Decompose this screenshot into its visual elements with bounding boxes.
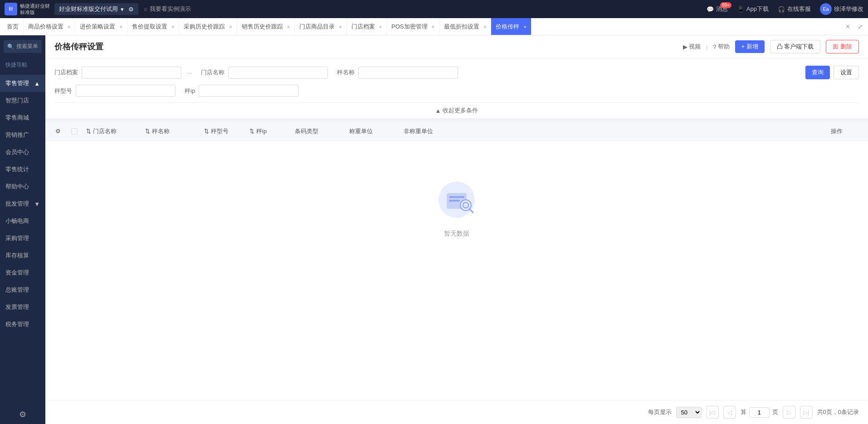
demo-icon: ○ [144,6,147,13]
collapse-button[interactable]: ▲ 收起更多条件 [435,106,478,115]
query-button[interactable]: 查询 [805,66,830,79]
sidebar-item-smart-store[interactable]: 智慧门店 [0,92,45,109]
sidebar-item-marketing[interactable]: 营销推广 [0,126,45,144]
chevron-up-icon: ▲ [34,80,40,87]
add-button[interactable]: + 新增 [735,40,765,53]
help-link[interactable]: ? 帮助 [713,43,729,51]
message-btn[interactable]: 💬 消息 99+ [707,5,728,13]
sidebar-item-member[interactable]: 会员中心 [0,144,45,161]
demo-link[interactable]: ○ 我要看实例演示 [144,5,191,13]
tab-sale-extract[interactable]: 售价提取设置 × [127,18,179,35]
play-icon: ▶ [683,43,688,50]
online-service-btn[interactable]: 🎧 在线客服 [778,5,811,13]
logo-icon: 财 [5,3,17,15]
sidebar-settings-icon[interactable]: ⚙ [19,410,26,419]
video-link[interactable]: ▶ 视频 [683,43,701,51]
scale-name-label: 秤名称 [337,68,355,77]
query-buttons: 查询 设置 [805,66,859,79]
tab-home[interactable]: 首页 [2,18,24,35]
close-icon[interactable]: × [432,24,434,29]
search-menu-btn[interactable]: 🔍 搜索菜单 [4,40,42,53]
page-info: 算 页 [741,407,778,418]
expand-icon[interactable]: ⤢ [855,23,866,30]
sidebar-item-ecommerce[interactable]: 小畅电商 [0,212,45,230]
svg-rect-2 [449,196,464,198]
message-badge: 99+ [720,2,731,8]
close-icon[interactable]: × [483,24,486,29]
download-client-button[interactable]: 凸 客户端下载 [770,40,821,53]
svg-rect-3 [449,200,460,202]
filter-row-1: 门店档案 ··· 门店名称 秤名称 查询 设置 [54,66,859,79]
app-download-btn[interactable]: 📱 App下载 [737,5,769,13]
close-icon[interactable]: × [119,24,122,29]
filter-row-2: 秤型号 秤ip [54,85,859,97]
close-icon[interactable]: × [379,24,382,29]
message-icon: 💬 [707,6,714,13]
filter-scale-model: 秤型号 [54,85,176,97]
collapse-bar: ▲ 收起更多条件 [54,102,859,118]
settings-icon: ⚙ [128,6,134,13]
tab-sales-history[interactable]: 销售历史价跟踪 × [237,18,295,35]
th-weight-unit: 称重单位 [346,127,400,135]
close-icon[interactable]: × [171,24,174,29]
sidebar-item-wholesale[interactable]: 批发管理 ▼ [0,195,45,212]
close-icon[interactable]: × [339,24,341,29]
tabs-end-controls: × ⤢ [843,23,866,31]
settings-query-button[interactable]: 设置 [834,66,859,79]
sidebar-item-purchase[interactable]: 采购管理 [0,230,45,247]
scale-name-input[interactable] [358,67,458,79]
scale-ip-input[interactable] [199,85,298,97]
close-all-icon[interactable]: × [843,23,853,31]
separator: | [704,43,709,50]
sort-icon: ⇅ [249,128,254,135]
tab-pos-encrypt[interactable]: POS加密管理 × [387,18,439,35]
tab-price-scale[interactable]: 价格传秤 × [491,18,531,35]
store-name-label: 门店名称 [201,68,224,77]
tab-store-profile[interactable]: 门店档案 × [347,18,387,35]
phone-icon: 📱 [737,6,744,13]
main-layout: 🔍 搜索菜单 快捷导航 零售管理 ▲ 智慧门店 零售商城 营销推广 [0,35,868,424]
pagination: 每页显示 50 10 20 100 |◁ ◁ 算 页 ▷ ▷| 共0页，0条记录 [45,400,868,424]
prev-page-btn[interactable]: ◁ [723,406,736,419]
sidebar-search-area: 🔍 搜索菜单 [0,35,45,58]
tab-purchase-history[interactable]: 采购历史价跟踪 × [179,18,237,35]
next-page-btn[interactable]: ▷ [783,406,795,419]
sidebar-item-retail-stats[interactable]: 零售统计 [0,161,45,178]
select-all-checkbox[interactable] [71,128,78,135]
tab-min-discount[interactable]: 最低折扣设置 × [439,18,491,35]
th-settings[interactable]: ⚙ [50,128,66,135]
sidebar-item-invoice[interactable]: 发票管理 [0,299,45,316]
sidebar-bottom: ⚙ [0,405,45,424]
last-page-btn[interactable]: ▷| [800,406,813,419]
tab-cost-strategy[interactable]: 进价策略设置 × [75,18,127,35]
close-icon[interactable]: × [229,24,232,29]
store-profile-input[interactable] [82,67,181,79]
close-icon[interactable]: × [287,24,290,29]
sidebar-item-help[interactable]: 帮助中心 [0,178,45,195]
sidebar-item-retail[interactable]: 零售管理 ▲ [0,75,45,92]
th-barcode-type: 条码类型 [291,127,346,135]
more-options-icon[interactable]: ··· [187,69,192,76]
close-icon[interactable]: × [523,24,526,29]
logo-text: 畅捷通好业财 标准版 [20,3,50,16]
tab-product-price[interactable]: 商品价格设置 × [24,18,75,35]
user-avatar[interactable]: Ea 徐泽华修改 [820,3,863,15]
per-page-label: 每页显示 [648,408,672,416]
scale-model-input[interactable] [76,85,176,97]
sidebar-item-online-store[interactable]: 零售商城 [0,109,45,126]
empty-text: 暂无数据 [444,230,469,238]
store-name-input[interactable] [228,67,328,79]
tab-store-catalog[interactable]: 门店商品目录 × [295,18,346,35]
first-page-btn[interactable]: |◁ [706,406,719,419]
sidebar-item-general-ledger[interactable]: 总账管理 [0,281,45,299]
per-page-select[interactable]: 50 10 20 100 [676,407,702,418]
version-dropdown[interactable]: 好业财标准版交付试用 ▾ ⚙ [54,3,138,15]
sidebar-item-finance[interactable]: 资金管理 [0,264,45,281]
delete-button[interactable]: 面 删除 [826,40,859,53]
th-checkbox[interactable] [66,128,83,135]
close-icon[interactable]: × [68,24,70,29]
page-number-input[interactable] [749,407,770,418]
sidebar-item-inventory[interactable]: 库存核算 [0,247,45,264]
table-container: ⚙ ⇅ 门店名称 ⇅ 秤名称 ⇅ 秤型号 [45,122,868,400]
sidebar-item-tax[interactable]: 税务管理 [0,316,45,333]
